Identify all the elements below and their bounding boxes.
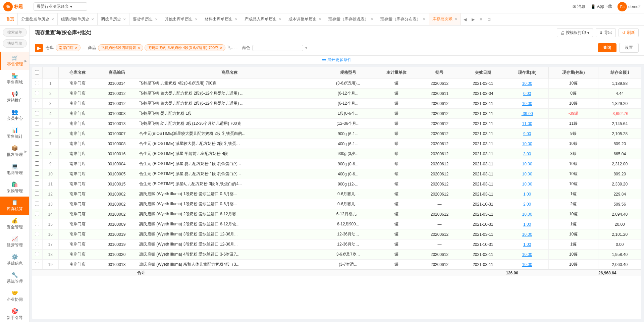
- row-checkbox[interactable]: [35, 252, 39, 256]
- row-checkbox[interactable]: [35, 121, 39, 125]
- tab-more-btn[interactable]: ⊡: [485, 13, 493, 25]
- refresh-btn[interactable]: ↺ 刷新: [619, 28, 639, 37]
- cell-qty-main[interactable]: 10.00: [506, 250, 548, 260]
- export-btn[interactable]: ⬇ 导出: [596, 28, 616, 37]
- tag-close-icon[interactable]: ✕: [138, 46, 140, 50]
- tab-close-icon[interactable]: ✕: [319, 17, 321, 21]
- filter-expand-btn[interactable]: ▶: [35, 44, 43, 52]
- cell-checkbox[interactable]: [32, 109, 42, 119]
- row-checkbox[interactable]: [35, 202, 39, 206]
- sidebar-item-retail-shop[interactable]: 🏪 零售商城: [0, 70, 29, 88]
- expand-more-btn[interactable]: ▾▾ 展开更多条件: [35, 56, 639, 64]
- row-checkbox[interactable]: [35, 171, 39, 176]
- cell-checkbox[interactable]: [32, 199, 42, 209]
- cell-qty-main[interactable]: 10.00: [506, 99, 548, 109]
- row-checkbox[interactable]: [35, 131, 39, 136]
- tab-cost-adjust-history[interactable]: 成本调整单历史 ✕: [285, 13, 325, 25]
- col-checkbox[interactable]: [32, 67, 42, 78]
- sidebar-item-enterprise[interactable]: 🤝 企业协同: [0, 287, 29, 305]
- cell-checkbox[interactable]: [32, 229, 42, 239]
- tab-close-icon[interactable]: ✕: [91, 17, 94, 21]
- sidebar-item-new-guide[interactable]: 🎯 新手引导: [0, 305, 29, 322]
- select-all-checkbox[interactable]: [35, 70, 39, 74]
- tab-close-icon[interactable]: ✕: [195, 17, 198, 21]
- tab-inventory-dist[interactable]: 现存量（库存分布表） ✕: [377, 13, 429, 25]
- row-checkbox[interactable]: [35, 101, 39, 105]
- sidebar-item-basic[interactable]: ⚙️ 基础信息: [0, 251, 29, 269]
- sidebar-item-inventory[interactable]: 📋 库存核算: [0, 197, 29, 215]
- row-checkbox[interactable]: [35, 81, 39, 85]
- cell-qty-main[interactable]: 1.00: [506, 189, 548, 199]
- cell-checkbox[interactable]: [32, 189, 42, 199]
- row-checkbox[interactable]: [35, 242, 39, 246]
- tab-close-icon[interactable]: ✕: [155, 17, 158, 21]
- row-checkbox[interactable]: [35, 141, 39, 146]
- print-btn[interactable]: 🖨 按模板打印 ▾: [557, 28, 593, 37]
- sidebar-search[interactable]: 搜索菜单: [3, 28, 27, 37]
- sidebar-item-ecommerce[interactable]: 💻 电商管理: [0, 160, 29, 178]
- tab-close-icon[interactable]: ✕: [123, 17, 126, 21]
- query-btn[interactable]: 查询: [598, 43, 616, 52]
- sidebar-item-purchase[interactable]: 🛍️ 采购管理: [0, 178, 29, 197]
- tab-mix-history[interactable]: 调拨单历史 ✕: [98, 13, 129, 25]
- row-checkbox[interactable]: [35, 181, 39, 186]
- product-tag-0[interactable]: 飞鹤奶粉3段四罐提装 ✕: [98, 44, 143, 51]
- cell-checkbox[interactable]: [32, 260, 42, 270]
- row-checkbox[interactable]: [35, 151, 39, 156]
- cell-checkbox[interactable]: [32, 129, 42, 139]
- tab-close-icon[interactable]: ✕: [371, 17, 373, 21]
- cell-checkbox[interactable]: [32, 119, 42, 129]
- cell-qty-main[interactable]: 1.00: [506, 239, 548, 250]
- sidebar-item-operations[interactable]: 📈 经营管理: [0, 233, 29, 251]
- tab-close-icon[interactable]: ✕: [235, 17, 237, 21]
- row-checkbox[interactable]: [35, 232, 39, 236]
- tab-batch-voucher[interactable]: 库存批次账 ✕: [429, 13, 461, 25]
- table-container[interactable]: 仓库名称 商品编码 商品名称 规格型号 主计量单位 批号 失效日期 现存量(主)…: [32, 67, 641, 319]
- tab-home[interactable]: 首页: [3, 13, 18, 25]
- cell-checkbox[interactable]: [32, 89, 42, 99]
- tab-inventory-status[interactable]: 现存量（库存状况表） ✕: [325, 13, 377, 25]
- message-btn[interactable]: ✉ 消息: [573, 4, 585, 9]
- cell-qty-main[interactable]: 10.00: [506, 209, 548, 219]
- tab-close-icon[interactable]: ✕: [51, 17, 54, 21]
- sidebar-item-wholesale[interactable]: 📦 批发管理 ▶: [0, 142, 29, 160]
- account-selector[interactable]: 母婴行业演示账套 ▾: [34, 2, 87, 11]
- row-checkbox[interactable]: [35, 212, 39, 216]
- sidebar-item-finance[interactable]: 💰 资金管理: [0, 215, 29, 233]
- cell-qty-main[interactable]: 10.00: [506, 229, 548, 239]
- setting-btn[interactable]: 设置: [619, 43, 639, 53]
- cell-checkbox[interactable]: [32, 209, 42, 219]
- warehouse-tag[interactable]: 南岸门店 ✕: [56, 44, 80, 51]
- cell-checkbox[interactable]: [32, 78, 42, 89]
- cell-qty-main[interactable]: 10.00: [506, 78, 548, 89]
- user-menu[interactable]: Ea demo2: [618, 2, 641, 11]
- tag-close-icon[interactable]: ✕: [220, 46, 222, 50]
- cell-checkbox[interactable]: [32, 250, 42, 260]
- tag-close-icon[interactable]: ✕: [75, 46, 77, 50]
- tab-close-icon[interactable]: ✕: [423, 17, 425, 21]
- tab-product-in-history[interactable]: 产成品入库单历史 ✕: [241, 13, 285, 25]
- cell-qty-main[interactable]: 10.00: [506, 179, 548, 189]
- product-tag-1[interactable]: 飞鹤星飞帆 儿童奶粉 4段(3-6岁适用) 700克 ✕: [145, 44, 225, 51]
- tab-prev-btn[interactable]: ◀: [461, 13, 469, 25]
- cell-checkbox[interactable]: [32, 239, 42, 250]
- row-checkbox[interactable]: [35, 222, 39, 226]
- cell-qty-main[interactable]: 11.00: [506, 119, 548, 129]
- cell-qty-main[interactable]: 0.00: [506, 89, 548, 99]
- tab-disassemble-history[interactable]: 组装拆卸单历史 ✕: [58, 13, 98, 25]
- sidebar-item-system[interactable]: 🔧 系统管理: [0, 269, 29, 287]
- cell-checkbox[interactable]: [32, 99, 42, 109]
- row-checkbox[interactable]: [35, 192, 39, 196]
- sidebar-nav[interactable]: 快捷导航: [3, 39, 27, 48]
- row-checkbox[interactable]: [35, 91, 39, 95]
- app-download-btn[interactable]: 📱 App下载: [591, 4, 612, 9]
- tab-other-out-history[interactable]: 其他出库单历史 ✕: [161, 13, 201, 25]
- color-input[interactable]: [252, 45, 303, 51]
- tab-material-out-history[interactable]: 材料出库单历史 ✕: [201, 13, 241, 25]
- sidebar-item-member[interactable]: 👥 会员中心: [0, 106, 29, 124]
- cell-qty-main[interactable]: 3.00: [506, 149, 548, 159]
- cell-checkbox[interactable]: [32, 159, 42, 169]
- cell-qty-main[interactable]: 10.00: [506, 260, 548, 270]
- sidebar-item-retail[interactable]: 🛒 零售管理 ▶: [0, 52, 29, 70]
- sidebar-item-marketing[interactable]: 📢 营销推广: [0, 88, 29, 106]
